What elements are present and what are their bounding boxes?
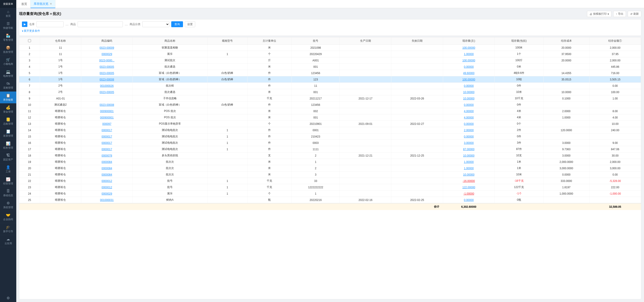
sidebar-item-hr[interactable]: 👤 工资	[0, 163, 16, 175]
cell-qty-main[interactable]: 10.00000	[443, 89, 494, 95]
table-row[interactable]: 15 晴赛裕仓 0000017 测试电电批次 1 件 210423 0.0000…	[19, 133, 641, 140]
filter-settings-button[interactable]: 设置	[185, 21, 195, 27]
table-row[interactable]: 20 晴赛裕仓 0000084 批次次 米 2 1.00000 1米 3,000…	[19, 165, 641, 172]
cell-qty-main[interactable]: 10.00000	[443, 153, 494, 159]
select-all-checkbox[interactable]	[28, 39, 31, 42]
cell-qty-main[interactable]: 100.00000	[443, 76, 494, 83]
tab-inventory-batch[interactable]: 库存批次览 ✕	[30, 0, 56, 8]
sidebar-item-newbie[interactable]: 🎓 新手引导	[0, 223, 16, 235]
cell-qty-main[interactable]: 87.00000	[443, 146, 494, 153]
table-row[interactable]: 18 晴赛裕仓 0000078 多头黑色软线 支 2 2021-12-21 20…	[19, 153, 641, 159]
sidebar-item-quick-nav[interactable]: ☰ 快捷导航	[0, 20, 16, 32]
table-row[interactable]: 10 测试遴选2 0023-00008 富域（白色/奶棒） 白色/奶棒 件 12…	[19, 102, 641, 108]
sidebar-item-general-ledger[interactable]: 📒 总账管理	[0, 115, 16, 127]
table-row[interactable]: 9 A01-01 子件信息略 千克 20211217 2021-12-17 20…	[19, 95, 641, 102]
cell-qty-main[interactable]: 0.00000	[443, 197, 494, 203]
table-row[interactable]: 6 1号 0023-00008 富域（白色/奶棒） 白色/奶棒 件 123 10…	[19, 76, 641, 83]
warehouse-input[interactable]	[36, 21, 64, 27]
cell-qty-main[interactable]: -16.00000	[443, 178, 494, 184]
sidebar-item-retail[interactable]: 🏪 零售管理	[0, 32, 16, 44]
cell-sku[interactable]: 0000012	[81, 178, 132, 184]
cell-qty-main[interactable]: 0.00000	[443, 83, 494, 89]
cell-sku[interactable]: 0023-00005	[81, 64, 132, 70]
cell-sku[interactable]: 0000078	[81, 153, 132, 159]
filter-toggle-button[interactable]: ▶	[22, 22, 27, 27]
cell-sku[interactable]: 001000031	[81, 197, 132, 203]
cell-qty-main[interactable]: 100.00000	[443, 57, 494, 64]
cell-qty-main[interactable]: 2.00000	[443, 127, 494, 133]
cell-sku[interactable]: 0000017	[81, 133, 132, 140]
sidebar-item-purchase[interactable]: 🛍 采购管理	[0, 80, 16, 92]
sidebar-item-ops[interactable]: 📈 经营管理	[0, 175, 16, 187]
table-row[interactable]: 25 晴赛裕仓 001000031 鲜肉A 瓶 20220216 2022-02…	[19, 197, 641, 203]
refresh-button[interactable]: ↺ 刷新	[628, 11, 641, 17]
cell-qty-main[interactable]: 1.00000	[443, 51, 494, 57]
tab-close-icon[interactable]: ✕	[50, 2, 52, 6]
cell-sku[interactable]: 000097	[81, 121, 132, 127]
cell-sku[interactable]: 0023-00008	[81, 76, 132, 83]
cell-qty-main[interactable]: 4.00000	[443, 114, 494, 121]
table-row[interactable]: 1 11 0023-00009 软聚遥遥相吻 米 2021098 100.000…	[19, 45, 641, 51]
sidebar-item-sys[interactable]: ⚙ 系统管理	[0, 199, 16, 211]
table-row[interactable]: 3 1号 0023-0000... 测试批次 斤 A001 100.00000 …	[19, 57, 641, 64]
export-button[interactable]: ↑ 导出	[613, 11, 626, 17]
table-row[interactable]: 16 晴赛裕仓 0000017 测试电电批次 1 件 0003 3.00000 …	[19, 140, 641, 146]
cell-qty-main[interactable]: 0.00000	[443, 121, 494, 127]
table-row[interactable]: 4 1号 0023-00005 批次遴选 米 001 0.00000 0米 44…	[19, 64, 641, 70]
cell-qty-main[interactable]: 122.00000	[443, 184, 494, 191]
sidebar-item-base-info[interactable]: 🗄 基础信息	[0, 187, 16, 199]
cell-sku[interactable]: 0000084	[81, 159, 132, 165]
sidebar-item-tax[interactable]: 📊 税务管理	[0, 139, 16, 152]
table-row[interactable]: 23 晴赛裕仓 0000012 批号 1 千克 1222222222 122.0…	[19, 184, 641, 191]
table-row[interactable]: 11 晴赛裕仓 000900001 POS 批次 米 002 4.00000 4…	[19, 108, 641, 114]
cell-sku[interactable]: 0000017	[81, 146, 132, 153]
table-row[interactable]: 19 晴赛裕仓 0000084 批次次 米 1 1.00000 1米 2,000…	[19, 159, 641, 165]
sidebar-item-home[interactable]: ⌂ 首页	[0, 8, 16, 20]
cell-qty-main[interactable]: 0.00000	[443, 133, 494, 140]
sidebar-item-inventory[interactable]: 📋 库存核查	[0, 92, 16, 103]
table-row[interactable]: 8 2号 0023-00005 批次遴选 米 001 10.00000 10米 …	[19, 89, 641, 95]
sidebar-item-invoice[interactable]: 🧾 发票管理	[0, 127, 16, 139]
table-row[interactable]: 17 晴赛裕仓 0000017 测试电电批次 1 件 1111 87.00000…	[19, 146, 641, 153]
table-row[interactable]: 5 1号 0023-00005 富域（白色/奶棒） 白色/奶棒 件 123456…	[19, 70, 641, 76]
sidebar-item-cloud[interactable]: ☁ 云应用	[0, 235, 16, 247]
cell-sku[interactable]: 0023-00009	[81, 45, 132, 51]
cell-sku[interactable]: 0023-00008	[81, 102, 132, 108]
sidebar-item-fixed-assets[interactable]: 🏗 固定资产	[0, 152, 16, 163]
cell-sku[interactable]	[81, 95, 132, 102]
cell-qty-main[interactable]: 0.00000	[443, 64, 494, 70]
table-row[interactable]: 2 11 0000029 展斥 1 个 20220429 1.00000 1个 …	[19, 51, 641, 57]
cell-sku[interactable]: 0000084	[81, 172, 132, 178]
table-row[interactable]: 22 晴赛裕仓 0000012 批号 1 千克 33 -16.00000 -16…	[19, 178, 641, 184]
cell-qty-main[interactable]: 0.00000	[443, 102, 494, 108]
cell-sku[interactable]: 0000017	[81, 127, 132, 133]
sidebar-item-wholesale[interactable]: 📦 批发管理	[0, 44, 16, 56]
cell-sku[interactable]: 0000029	[81, 51, 132, 57]
cell-qty-main[interactable]: -1.00000	[443, 191, 494, 197]
product-input[interactable]	[78, 21, 123, 27]
table-row[interactable]: 24 晴赛裕仓 0000029 展斥 1 个 1 -1.00000 -1个 1,…	[19, 191, 641, 197]
table-row[interactable]: 14 晴赛裕仓 0000017 测试电电批次 1 件 0001 2.00000 …	[19, 127, 641, 133]
sidebar-item-ecommerce[interactable]: 💻 电商管理	[0, 68, 16, 80]
sidebar-item-mini-ecommerce[interactable]: 🛒 小额电商	[0, 56, 16, 68]
cell-sku[interactable]: 001000026	[81, 83, 132, 89]
cell-qty-main[interactable]: 3.00000	[443, 140, 494, 146]
table-row[interactable]: 7 2号 001000026 批次框 件 11 0.00000 0件 0.00	[19, 83, 641, 89]
table-row[interactable]: 12 晴赛裕仓 000900001 POS 批次 米 001 4.00000 4…	[19, 114, 641, 121]
cell-qty-main[interactable]: 10.00000	[443, 95, 494, 102]
tab-home[interactable]: 首页	[18, 0, 30, 8]
cell-qty-main[interactable]: 49.60000	[443, 70, 494, 76]
cell-sku[interactable]: 0000012	[81, 184, 132, 191]
cell-sku[interactable]: 000900001	[81, 108, 132, 114]
cell-qty-main[interactable]: 4.00000	[443, 108, 494, 114]
table-row[interactable]: 21 晴赛裕仓 0000084 批次次 米 3 10.00000 10米 0.0…	[19, 172, 641, 178]
table-row[interactable]: 13 晴赛裕仓 000097 POS显示率炮异常 个 20210901 2021…	[19, 121, 641, 127]
expand-conditions-button[interactable]: ▾ 展开更多条件	[22, 28, 638, 34]
sidebar-item-finance[interactable]: 💰 资金管理	[0, 103, 16, 115]
cell-sku[interactable]: 0000084	[81, 165, 132, 172]
search-button[interactable]: 查询	[171, 21, 183, 27]
cell-sku[interactable]: 0000017	[81, 140, 132, 146]
cell-qty-main[interactable]: 1.00000	[443, 159, 494, 165]
cell-sku[interactable]: 000900001	[81, 114, 132, 121]
cell-qty-main[interactable]: 1.00000	[443, 165, 494, 172]
